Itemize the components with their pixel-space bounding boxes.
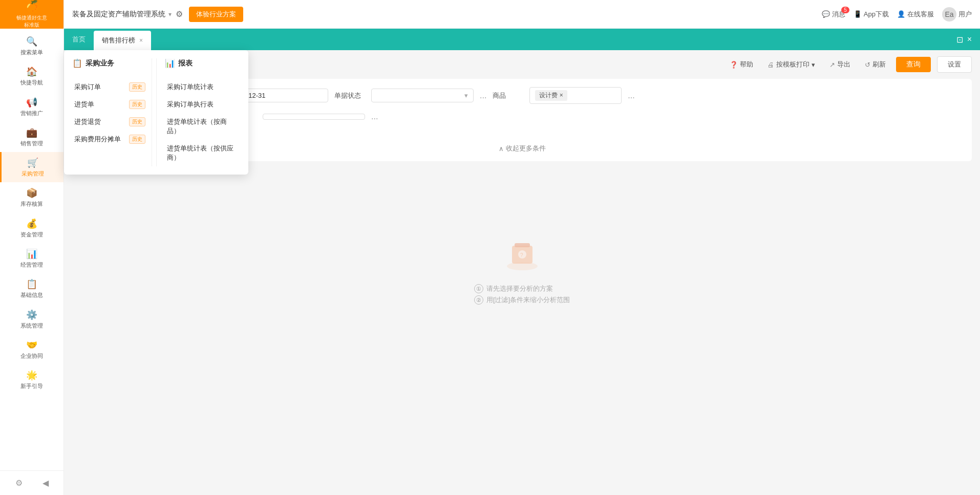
dropdown-item-purchase-order-stat[interactable]: 采购订单统计表 [165, 78, 240, 96]
sidebar-item-basicinfo[interactable]: 📋 基础信息 [0, 273, 63, 304]
help-label: 帮助 [740, 60, 753, 69]
help-icon: ❓ [730, 61, 738, 69]
gear-icon[interactable]: ⚙ [176, 9, 183, 19]
operation-icon: 📊 [26, 248, 37, 260]
logo-icon: 🍊 [25, 0, 39, 13]
incoming-label: 进货单 [74, 100, 94, 109]
export-button[interactable]: ↗ 导出 [825, 58, 855, 71]
goods-input[interactable]: 设计费 × [529, 87, 622, 104]
sidebar-item-system[interactable]: ⚙️ 系统管理 [0, 304, 63, 334]
sidebar-item-purchase[interactable]: 🛒 采购管理 [0, 152, 63, 182]
reports-col-title-text: 报表 [178, 59, 193, 68]
status-filter-label: 单据状态 [334, 91, 365, 100]
system-name-text: 装备及固定资产辅助管理系统 [72, 10, 165, 19]
tab-sales-rank-label: 销售排行榜 [102, 36, 135, 45]
sidebar-item-sales-label: 销售管理 [20, 140, 43, 147]
dropdown-item-purchase-order[interactable]: 采购订单 历史 [72, 78, 147, 96]
purchase-col-icon: 📋 [72, 58, 82, 68]
goods-filter-label: 商品 [493, 91, 523, 100]
purchase-expense-label: 采购费用分摊单 [74, 135, 121, 144]
message-button[interactable]: 💬 消息 5 [822, 10, 845, 19]
sidebar-item-marketing-label: 营销推广 [20, 110, 43, 117]
user-button[interactable]: Ea 用户 [942, 7, 972, 21]
goods-tag-text: 设计费 × [539, 91, 563, 100]
close-window-icon[interactable]: × [967, 35, 972, 45]
help-button[interactable]: ❓ 帮助 [726, 58, 757, 71]
purchase-order-stat-label: 采购订单统计表 [167, 82, 214, 92]
empty-tip-1: ① 请先选择要分析的方案 [474, 284, 570, 293]
sidebar-collapse-button[interactable]: ◀ [42, 478, 49, 488]
purchase-icon: 🛒 [27, 157, 38, 168]
empty-tip-2: ② 用[过滤]条件来缩小分析范围 [474, 295, 570, 305]
dropdown-col-reports: 📊 报表 采购订单统计表 采购订单执行表 进货单统计表（按商品） 进货单统计表（… [156, 58, 240, 166]
online-service-button[interactable]: 👤 在线客服 [897, 10, 934, 19]
incoming-stat-goods-label: 进货单统计表（按商品） [167, 117, 238, 136]
system-name: 装备及固定资产辅助管理系统 ▾ [72, 10, 172, 19]
message-icon: 💬 [822, 10, 830, 18]
sidebar-item-sales[interactable]: 💼 销售管理 [0, 122, 63, 152]
sidebar: 🍊 畅捷通好生意 标准版 🔍 搜索菜单 🏠 快捷导航 📢 营销推广 💼 销售管理… [0, 0, 64, 495]
dropdown-item-incoming[interactable]: 进货单 历史 [72, 96, 147, 113]
goods-more[interactable]: ... [628, 91, 634, 100]
app-download-button[interactable]: 📱 App下载 [854, 10, 889, 19]
setting-button[interactable]: 设置 [937, 56, 972, 73]
dropdown-col-reports-title: 📊 报表 [165, 58, 240, 72]
tip-num-2: ② [474, 295, 483, 305]
tab-sales-rank[interactable]: 销售排行榜 × [94, 31, 151, 50]
enterprise-icon: 🤝 [26, 339, 37, 351]
empty-state: ? ① 请先选择要分析的方案 ② 用[过滤]条件来缩小分析范围 [72, 167, 972, 372]
dropdown-item-incoming-stat-goods[interactable]: 进货单统计表（按商品） [165, 113, 240, 140]
app-logo: 🍊 畅捷通好生意 标准版 [0, 0, 63, 29]
print-button[interactable]: 🖨 按模板打印 ▾ [763, 58, 819, 71]
status-select[interactable]: ▾ [371, 89, 474, 102]
sidebar-item-quicknav[interactable]: 🏠 快捷导航 [0, 61, 63, 91]
system-icon: ⚙️ [26, 309, 37, 320]
tip-1-text: 请先选择要分析的方案 [486, 284, 553, 293]
salesman-input[interactable] [263, 114, 365, 120]
sidebar-item-basicinfo-label: 基础信息 [20, 291, 43, 298]
sidebar-settings-button[interactable]: ⚙ [15, 478, 23, 488]
newguide-icon: 🌟 [26, 370, 37, 381]
incoming-return-history: 历史 [129, 117, 145, 126]
svg-text:?: ? [520, 252, 523, 258]
restore-icon[interactable]: ⊡ [956, 35, 963, 45]
sidebar-item-finance[interactable]: 💰 资金管理 [0, 213, 63, 243]
tab-home[interactable]: 首页 [64, 29, 94, 50]
refresh-button[interactable]: ↺ 刷新 [861, 58, 890, 71]
sidebar-item-quicknav-label: 快捷导航 [20, 79, 43, 86]
sidebar-item-marketing[interactable]: 📢 营销推广 [0, 92, 63, 122]
industry-btn[interactable]: 体验行业方案 [189, 7, 243, 22]
sidebar-item-finance-label: 资金管理 [20, 231, 43, 238]
salesman-more[interactable]: ... [371, 112, 378, 121]
sidebar-item-newguide-label: 新手引导 [20, 382, 43, 390]
sidebar-nav: 🔍 搜索菜单 🏠 快捷导航 📢 营销推广 💼 销售管理 🛒 采购管理 📦 库存核… [0, 29, 63, 470]
purchase-expense-history: 历史 [129, 135, 145, 144]
sidebar-item-enterprise[interactable]: 🤝 企业协同 [0, 334, 63, 364]
incoming-return-label: 进货退货 [74, 117, 101, 126]
sidebar-item-newguide[interactable]: 🌟 新手引导 [0, 364, 63, 395]
basicinfo-icon: 📋 [26, 278, 37, 290]
dropdown-item-incoming-return[interactable]: 进货退货 历史 [72, 113, 147, 131]
purchase-order-history: 历史 [129, 82, 145, 92]
header: 装备及固定资产辅助管理系统 ▾ ⚙ 体验行业方案 💬 消息 5 📱 App下载 … [64, 0, 980, 29]
finance-icon: 💰 [26, 218, 37, 229]
sidebar-item-operation[interactable]: 📊 经营管理 [0, 243, 63, 273]
status-more[interactable]: ... [480, 91, 486, 100]
message-badge: 5 [841, 7, 849, 13]
marketing-icon: 📢 [26, 97, 37, 108]
print-label: 按模板打印 [776, 60, 809, 69]
tip-2-text: 用[过滤]条件来缩小分析范围 [486, 295, 570, 305]
search-icon: 🔍 [26, 36, 37, 47]
dropdown-item-incoming-stat-supplier[interactable]: 进货单统计表（按供应商） [165, 140, 240, 166]
empty-tips: ① 请先选择要分析的方案 ② 用[过滤]条件来缩小分析范围 [474, 282, 570, 307]
tab-close-icon[interactable]: × [139, 37, 143, 44]
refresh-icon: ↺ [865, 61, 870, 69]
dropdown-item-purchase-expense[interactable]: 采购费用分摊单 历史 [72, 131, 147, 148]
dropdown-item-purchase-order-exec[interactable]: 采购订单执行表 [165, 96, 240, 113]
sidebar-footer: ⚙ ◀ [0, 470, 63, 495]
sidebar-item-search[interactable]: 🔍 搜索菜单 [0, 31, 63, 61]
query-button[interactable]: 查询 [896, 57, 931, 72]
sidebar-item-inventory[interactable]: 📦 库存核算 [0, 182, 63, 212]
dropdown-col-purchase: 📋 采购业务 采购订单 历史 进货单 历史 进货退货 历史 采购费用分摊单 历史 [72, 58, 147, 166]
sidebar-item-search-label: 搜索菜单 [20, 49, 43, 56]
